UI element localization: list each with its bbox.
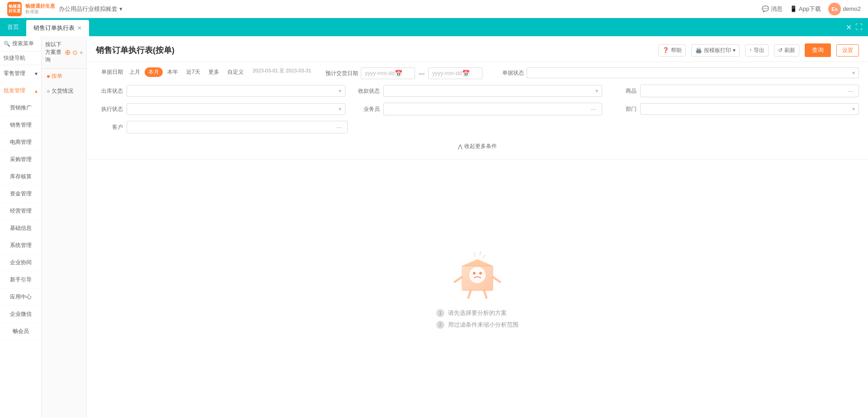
date-tab-last7[interactable]: 近7天 <box>183 67 204 77</box>
customer-ellipsis-icon[interactable]: ··· <box>335 124 344 131</box>
sidebar-system-label: 系统管理 <box>10 242 32 249</box>
product-ellipsis-icon[interactable]: ··· <box>846 87 855 95</box>
forecast-from-placeholder: yyyy-mm-dd <box>365 70 394 76</box>
ship-status-cell: 出库状态 ▾ <box>96 85 345 97</box>
tab-close-icon[interactable]: ✕ <box>77 25 82 31</box>
refresh-button[interactable]: ↺ 刷新 <box>774 44 799 57</box>
sidebar-wechat-label: 企业微信 <box>10 310 32 318</box>
date-label: 单据日期 <box>96 68 123 76</box>
payment-status-select[interactable]: ▾ <box>383 85 602 97</box>
sub-sidebar-collapse-icon[interactable]: « <box>80 49 83 56</box>
exec-status-select[interactable]: ▾ <box>127 103 345 115</box>
tab-maximize-icon[interactable]: ⛶ <box>855 23 863 31</box>
customer-input[interactable]: ··· <box>127 121 348 133</box>
sidebar-item-marketing[interactable]: 营销推广 <box>0 100 41 117</box>
sidebar-item-member[interactable]: 畅会员 <box>0 323 41 340</box>
user-action[interactable]: Ea demo2 <box>828 3 861 15</box>
sidebar-finance-label: 资金管理 <box>10 190 32 198</box>
sidebar-search-label: 搜索菜单 <box>12 40 34 48</box>
print-template-button[interactable]: 🖨️ 按模板打印 ▾ <box>691 44 740 57</box>
svg-line-9 <box>484 291 486 298</box>
message-action[interactable]: 💬 消息 <box>762 5 783 13</box>
sidebar-item-wechat[interactable]: 企业微信 <box>0 306 41 323</box>
order-status-select[interactable]: ▾ <box>527 67 859 78</box>
sub-sidebar: 按以下方案查询 ⊕ ⊙ « 按单 欠货情况 <box>42 36 87 418</box>
date-tab-custom[interactable]: 自定义 <box>224 67 247 77</box>
sidebar-item-system[interactable]: 系统管理 <box>0 237 41 254</box>
tab-home[interactable]: 首页 <box>0 18 26 36</box>
ship-status-select[interactable]: ▾ <box>127 85 345 97</box>
forecast-date-to[interactable]: yyyy-mm-dd 📅 <box>428 67 482 79</box>
sidebar-item-inventory[interactable]: 库存核算 <box>0 168 41 185</box>
sidebar-item-purchase[interactable]: 采购管理 <box>0 151 41 168</box>
sub-sidebar-config-icon[interactable]: ⊙ <box>72 49 78 56</box>
sidebar-item-wholesale[interactable]: 批发管理 ▴ <box>0 82 41 100</box>
settings-button[interactable]: 设置 <box>836 44 859 57</box>
page-title: 销售订单执行表(按单) <box>96 45 175 56</box>
date-tab-this-month[interactable]: 本月 <box>145 67 163 77</box>
help-label: 帮助 <box>671 47 682 54</box>
help-button[interactable]: ❓ 帮助 <box>658 44 686 57</box>
sidebar-item-ecommerce[interactable]: 电商管理 <box>0 134 41 151</box>
svg-point-3 <box>469 267 486 283</box>
refresh-icon: ↺ <box>778 47 783 53</box>
sub-sidebar-item-欠货情况[interactable]: 欠货情况 <box>42 84 86 99</box>
page-header: 销售订单执行表(按单) ❓ 帮助 🖨️ 按模板打印 ▾ ↑ 导出 ↺ 刷新 <box>87 36 868 62</box>
salesperson-label: 业务员 <box>353 105 380 113</box>
date-range-text: 2023-03-01 至 2023-03-31 <box>253 67 311 74</box>
tip-text-2: 用过滤条件来缩小分析范围 <box>448 321 519 329</box>
salesperson-ellipsis-icon[interactable]: ··· <box>589 105 598 113</box>
product-input[interactable]: ··· <box>640 85 859 97</box>
tip-num-2: 2 <box>436 321 444 329</box>
collapse-button[interactable]: ⋀ 收起更多条件 <box>458 142 497 150</box>
date-tabs: 上月 本月 本年 近7天 更多 自定义 <box>126 67 247 77</box>
sub-sidebar-header: 按以下方案查询 ⊕ ⊙ « <box>42 36 86 69</box>
sub-sidebar-dot-active <box>47 75 50 78</box>
app-download-action[interactable]: 📱 App下载 <box>790 5 821 13</box>
date-tab-more[interactable]: 更多 <box>205 67 223 77</box>
sidebar-item-enterprise[interactable]: 企业协同 <box>0 254 41 271</box>
forecast-date-from[interactable]: yyyy-mm-dd 📅 <box>361 67 415 79</box>
app-download-label: App下载 <box>799 5 821 13</box>
payment-status-label: 收款状态 <box>353 87 380 95</box>
sub-sidebar-add-icon[interactable]: ⊕ <box>65 48 71 57</box>
export-button[interactable]: ↑ 导出 <box>745 44 769 57</box>
sidebar-item-sales[interactable]: 销售管理 <box>0 117 41 134</box>
date-tab-this-year[interactable]: 本年 <box>164 67 182 77</box>
sidebar-item-appstore[interactable]: 应用中心 <box>0 289 41 306</box>
sidebar-item-basic[interactable]: 基础信息 <box>0 220 41 237</box>
sub-sidebar-item-按单[interactable]: 按单 <box>42 69 86 84</box>
sidebar-sales-label: 销售管理 <box>10 121 32 129</box>
date-tab-last-month[interactable]: 上月 <box>126 67 144 77</box>
sidebar-item-finance[interactable]: 资金管理 <box>0 185 41 203</box>
dept-select[interactable]: ▾ <box>640 103 859 115</box>
tab-close-window-icon[interactable]: ✕ <box>846 23 852 32</box>
forecast-date-picker: yyyy-mm-dd 📅 — yyyy-mm-dd 📅 <box>361 67 482 79</box>
sidebar-item-operations[interactable]: 经营管理 <box>0 203 41 220</box>
forecast-to-placeholder: yyyy-mm-dd <box>432 70 462 76</box>
sidebar-item-retail[interactable]: 零售管理 ▾ <box>0 65 41 82</box>
tab-sales-order[interactable]: 销售订单执行表 ✕ <box>26 20 89 36</box>
salesperson-input[interactable]: ··· <box>383 103 602 115</box>
sidebar-search[interactable]: 🔍 搜索菜单 <box>0 36 41 52</box>
sidebar-appstore-label: 应用中心 <box>10 293 32 301</box>
order-status-chevron: ▾ <box>852 70 855 76</box>
main-layout: 🔍 搜索菜单 快捷导航 零售管理 ▾ 批发管理 ▴ 营销推广 销售管理 电商管理… <box>0 36 868 418</box>
filter-area: 单据日期 上月 本月 本年 近7天 更多 自定义 2023-03-01 至 20… <box>87 62 868 159</box>
sidebar-newbie-label: 新手引导 <box>10 276 32 284</box>
filter-row-2: 出库状态 ▾ 收款状态 ▾ 商品 <box>96 85 859 97</box>
sidebar-item-newbie[interactable]: 新手引导 <box>0 271 41 289</box>
help-icon: ❓ <box>662 47 669 53</box>
breadcrumb[interactable]: 办公用品行业模拟账套 ▾ <box>59 5 123 13</box>
empty-illustration <box>450 246 505 300</box>
forecast-from-cal-icon[interactable]: 📅 <box>395 70 402 77</box>
sidebar-retail-label: 零售管理 <box>4 70 25 77</box>
exec-status-label: 执行状态 <box>96 105 123 113</box>
sidebar-retail-arrow: ▾ <box>35 71 38 77</box>
order-status-group: 单据状态 ▾ <box>497 67 859 78</box>
sidebar-quick-nav[interactable]: 快捷导航 <box>0 52 41 65</box>
customer-label: 客户 <box>96 124 123 131</box>
query-button[interactable]: 查询 <box>805 43 831 57</box>
user-name: demo2 <box>843 5 861 12</box>
forecast-to-cal-icon[interactable]: 📅 <box>462 70 470 77</box>
